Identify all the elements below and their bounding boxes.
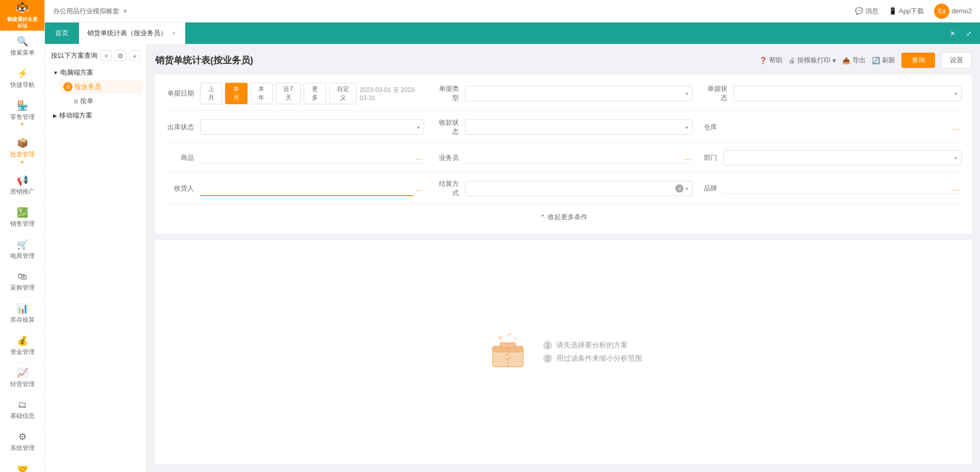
brand-dots[interactable]: … — [952, 183, 962, 193]
sidebar-item-sales[interactable]: 💹 销售管理 — [0, 202, 45, 234]
expand-icon: ⤢ — [966, 30, 972, 37]
sidebar-item-operations[interactable]: 📈 经营管理 — [0, 362, 45, 394]
tree-sub-item-salesman[interactable]: 业 按业务员 — [59, 80, 142, 94]
tree-arrow-down: ▼ — [53, 70, 58, 76]
doc-status-label: 单据状态 — [703, 84, 733, 103]
sub-link-order-label: 按单 — [80, 97, 93, 106]
sidebar-item-system[interactable]: ⚙ 系统管理 — [0, 426, 45, 458]
warehouse-dots[interactable]: … — [952, 123, 962, 132]
salesman-dots[interactable]: … — [683, 153, 693, 162]
sidebar-item-retail-label: 零售管理 — [10, 113, 35, 122]
doc-type-select[interactable]: ▾ — [465, 86, 693, 101]
recent7-btn[interactable]: 近7天 — [276, 83, 301, 104]
tab-close-all-btn[interactable]: ✕ — [945, 26, 960, 40]
filter-section: 单据日期 上月 本月 本年 近7天 更多 自定义 2023-03-01 至 20… — [155, 75, 972, 234]
tree-arrow-right: ▶ — [53, 113, 57, 119]
prev-month-btn[interactable]: 上月 — [200, 83, 222, 104]
sidebar-item-inventory[interactable]: 📊 库存核算 — [0, 298, 45, 330]
sidebar-item-wholesale[interactable]: 📦 批发管理 ▲ — [0, 132, 45, 170]
sidebar-item-marketing[interactable]: 📢 营销推广 — [0, 170, 45, 202]
sidebar-item-finance-label: 资金管理 — [10, 348, 35, 357]
logo-subtitle: 标版 — [17, 22, 28, 30]
custom-btn[interactable]: 自定义 — [329, 83, 357, 104]
sidebar-item-finance[interactable]: 💰 资金管理 — [0, 330, 45, 362]
settle-clear-btn[interactable]: ✕ — [675, 184, 683, 193]
finance-icon: 💰 — [17, 335, 28, 346]
message-btn[interactable]: 💬 消息 — [855, 7, 878, 16]
this-month-btn[interactable]: 本月 — [225, 83, 247, 104]
tree-sub-desktop: 业 按业务员 ⊞ 按单 — [49, 80, 142, 108]
basics-icon: 🗂 — [18, 399, 27, 410]
sidebar-item-search-label: 搜索菜单 — [10, 49, 35, 57]
wholesale-icon: 📦 — [17, 137, 28, 149]
collapse-row: ⌃ 收起更多条件 — [165, 208, 962, 226]
tab-expand-btn[interactable]: ⤢ — [962, 26, 976, 40]
breadcrumb-dropdown[interactable]: ▾ — [124, 7, 127, 15]
scheme-settings-btn[interactable]: ⚙ — [115, 50, 126, 61]
sidebar-item-ecommerce[interactable]: 🛒 电商管理 — [0, 234, 45, 266]
out-status-select[interactable]: ▾ — [200, 120, 424, 135]
sidebar-item-marketing-label: 营销推广 — [10, 187, 35, 196]
close-all-icon: ✕ — [950, 30, 955, 37]
tab-home[interactable]: 首页 — [45, 22, 79, 44]
settle-select[interactable]: ✕ ▾ — [465, 181, 693, 196]
sidebar-item-purchase[interactable]: 🛍 采购管理 — [0, 266, 45, 298]
tab-bar: 首页 销货单统计表（按业务员） × ✕ ⤢ — [45, 22, 980, 44]
panel-collapse-btn[interactable]: « — [129, 50, 140, 61]
sub-link-order[interactable]: ⊞ 按单 — [59, 94, 142, 108]
refresh-btn[interactable]: 🔄 刷新 — [872, 56, 895, 65]
pay-status-arrow: ▾ — [685, 125, 688, 130]
this-year-btn[interactable]: 本年 — [251, 83, 273, 104]
app-logo[interactable]: 🐯 畅捷通好生意 标版 — [0, 0, 45, 31]
tree-sub-item-salesman-label: 按业务员 — [75, 82, 101, 91]
sidebar-item-purchase-label: 采购管理 — [10, 284, 35, 292]
right-panel: 销货单统计表(按业务员) ❓ 帮助 🖨 按模板打印 ▾ 📤 导出 — [147, 44, 980, 472]
page-title-area: 销货单统计表(按业务员) ❓ 帮助 🖨 按模板打印 ▾ 📤 导出 — [155, 52, 972, 68]
enterprise-icon: 🤝 — [17, 463, 28, 472]
query-button[interactable]: 查询 — [901, 53, 935, 68]
breadcrumb-area: 办公用品行业模拟账套 ▾ — [53, 7, 127, 16]
tree-item-desktop[interactable]: ▼ 电脑端方案 — [49, 65, 142, 80]
tree-section: ▼ 电脑端方案 业 按业务员 ⊞ 按单 ▶ 移动端方案 — [45, 65, 146, 123]
dept-arrow: ▾ — [954, 155, 957, 161]
print-icon: 🖨 — [789, 57, 795, 64]
sidebar-item-search[interactable]: 🔍 搜索菜单 — [0, 31, 45, 63]
marketing-icon: 📢 — [17, 175, 28, 186]
tree-item-mobile[interactable]: ▶ 移动端方案 — [49, 108, 142, 123]
svg-rect-3 — [500, 343, 516, 348]
tab-current-label: 销货单统计表（按业务员） — [87, 29, 167, 38]
more-btn[interactable]: 更多 — [304, 83, 326, 104]
collapse-up-icon: ⌃ — [540, 214, 546, 221]
help-btn[interactable]: ❓ 帮助 — [759, 56, 782, 65]
goods-dots[interactable]: … — [415, 153, 424, 162]
consignee-dots[interactable]: … — [415, 184, 424, 193]
inventory-icon: 📊 — [17, 303, 28, 314]
sidebar-item-basics[interactable]: 🗂 基础信息 — [0, 394, 45, 426]
purchase-icon: 🛍 — [18, 271, 27, 282]
doc-status-select[interactable]: ▾ — [733, 86, 962, 101]
collapse-btn[interactable]: ⌃ 收起更多条件 — [534, 210, 594, 224]
help-label: 帮助 — [769, 56, 782, 65]
export-icon: 📤 — [842, 57, 850, 64]
add-scheme-btn[interactable]: + — [101, 50, 112, 61]
settings-button[interactable]: 设置 — [941, 52, 972, 68]
out-status-label: 出库状态 — [165, 123, 200, 132]
sidebar-item-retail[interactable]: 🏪 零售管理 ▼ — [0, 95, 45, 132]
username: demo2 — [951, 7, 972, 15]
export-btn[interactable]: 📤 导出 — [842, 56, 866, 65]
topbar-right: 💬 消息 📱 App下载 Ea demo2 — [855, 4, 972, 19]
print-btn[interactable]: 🖨 按模板打印 ▾ — [789, 56, 836, 65]
pay-status-select[interactable]: ▾ — [465, 120, 693, 135]
app-download-btn[interactable]: 📱 App下载 — [889, 7, 924, 16]
search-icon: 🔍 — [17, 36, 28, 47]
tab-current[interactable]: 销货单统计表（按业务员） × — [79, 22, 185, 44]
brand-label: 品牌 — [703, 184, 723, 193]
tree-item-desktop-label: 电脑端方案 — [60, 68, 93, 77]
message-icon: 💬 — [855, 7, 863, 15]
tab-close-btn[interactable]: × — [171, 29, 177, 38]
consignee-input[interactable] — [200, 181, 413, 196]
sidebar-item-enterprise[interactable]: 🤝 企业协同 — [0, 458, 45, 472]
user-area[interactable]: Ea demo2 — [934, 4, 972, 19]
sidebar-item-quicknav[interactable]: ⚡ 快捷导航 — [0, 63, 45, 95]
dept-select[interactable]: ▾ — [723, 150, 962, 166]
